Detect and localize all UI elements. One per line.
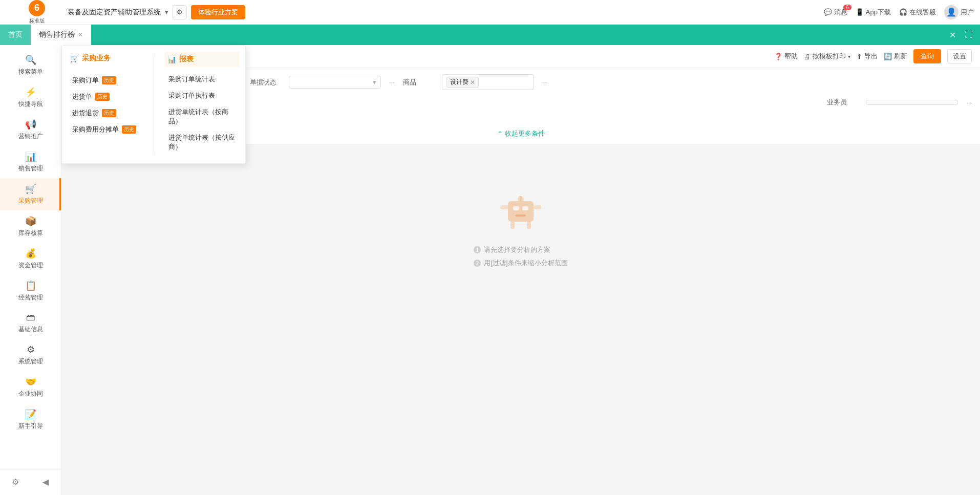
sidebar-item-promo[interactable]: 📢 营销推广 <box>0 114 61 146</box>
svg-rect-6 <box>500 205 508 209</box>
sidebar-item-stock-label: 库存核算 <box>18 229 43 238</box>
salesperson-filter-control[interactable] <box>866 100 958 105</box>
export-icon: ⬆ <box>857 53 862 60</box>
main-layout: 🔍 搜索菜单 ⚡ 快捷导航 📢 营销推广 📊 销售管理 🛒 采购管理 📦 库存核… <box>0 45 980 495</box>
empty-hint-2: 2 用[过滤]条件来缩小分析范围 <box>474 259 567 268</box>
collapse-up-icon: ⌃ <box>497 130 503 138</box>
sidebar-collapse-button[interactable]: ◀ <box>36 472 55 491</box>
tab-close-window-icon[interactable]: ✕ <box>945 28 960 42</box>
empty-hint-1-text: 请先选择要分析的方案 <box>484 245 550 254</box>
user-label: 用户 <box>961 8 974 17</box>
dropdown-item-order-exec[interactable]: 采购订单执行表 <box>166 88 238 104</box>
report-col-header: 📊 报表 <box>164 52 240 67</box>
sidebar-item-basic[interactable]: 🗃 基础信息 <box>0 307 61 339</box>
dropdown-divider <box>154 54 154 155</box>
product-tag-close-icon[interactable]: ✕ <box>470 79 475 86</box>
doc-status-more[interactable]: ··· <box>389 78 395 86</box>
sidebar-item-search-label: 搜索菜单 <box>18 68 43 76</box>
inbound-label: 进货单 <box>72 92 92 101</box>
svg-rect-8 <box>510 222 515 229</box>
product-more[interactable]: ··· <box>542 78 548 86</box>
sidebar-item-basic-label: 基础信息 <box>18 325 43 334</box>
empty-text: 1 请先选择要分析的方案 2 用[过滤]条件来缩小分析范围 <box>474 245 567 268</box>
report-col-title: 报表 <box>179 55 194 64</box>
system-name: 装备及固定资产辅助管理系统 <box>68 8 161 17</box>
sidebar: 🔍 搜索菜单 ⚡ 快捷导航 📢 营销推广 📊 销售管理 🛒 采购管理 📦 库存核… <box>0 45 61 495</box>
user-button[interactable]: 👤 用户 <box>944 5 974 19</box>
purchase-col: 🛒 采购业务 采购订单 历史 进货单 历史 进货退货 历史 采购费用分摊单 <box>70 54 141 155</box>
purchase-dropdown-menu: 🛒 采购业务 采购订单 历史 进货单 历史 进货退货 历史 采购费用分摊单 <box>61 45 246 164</box>
export-label: 导出 <box>864 52 878 61</box>
sidebar-item-stock[interactable]: 📦 库存核算 <box>0 210 61 243</box>
sidebar-item-fund-label: 资金管理 <box>18 261 43 270</box>
doc-status-control[interactable]: ▾ <box>289 76 381 89</box>
order-exec-label: 采购订单执行表 <box>168 91 215 100</box>
help-button[interactable]: ❓ 帮助 <box>774 52 798 61</box>
sidebar-item-purchase[interactable]: 🛒 采购管理 <box>0 178 61 210</box>
tab-maximize-icon[interactable]: ⛶ <box>962 28 976 42</box>
purchase-order-label: 采购订单 <box>72 76 99 85</box>
hint-dot-2: 2 <box>474 260 481 267</box>
ops-icon: 📋 <box>25 280 36 291</box>
sidebar-settings-button[interactable]: ⚙ <box>6 472 25 491</box>
sidebar-item-guide[interactable]: 📝 新手引导 <box>0 403 61 436</box>
product-filter-control[interactable]: 设计费 ✕ <box>442 74 534 90</box>
dropdown-item-order-stat[interactable]: 采购订单统计表 <box>166 71 238 88</box>
export-button[interactable]: ⬆ 导出 <box>857 52 878 61</box>
svg-rect-1 <box>513 206 519 210</box>
sidebar-item-nav[interactable]: ⚡ 快捷导航 <box>0 81 61 114</box>
sidebar-item-system-label: 系统管理 <box>18 357 43 366</box>
dropdown-item-inbound-product[interactable]: 进货单统计表（按商品） <box>166 104 238 130</box>
message-badge: 6 <box>843 5 851 10</box>
collapse-label: 收起更多条件 <box>505 129 545 138</box>
svg-rect-3 <box>516 214 526 217</box>
hist-badge-2: 历史 <box>102 109 116 117</box>
app-download-button[interactable]: 📱 App下载 <box>856 8 891 17</box>
hist-badge-3: 历史 <box>122 125 136 134</box>
inbound-product-label: 进货单统计表（按商品） <box>168 107 236 126</box>
sidebar-item-search[interactable]: 🔍 搜索菜单 <box>0 49 61 81</box>
industry-button[interactable]: 体验行业方案 <box>191 5 245 19</box>
tab-home[interactable]: 首页 <box>0 25 31 45</box>
purchase-icon: 🛒 <box>25 183 36 195</box>
coop-icon: 🤝 <box>25 376 36 388</box>
tab-home-label: 首页 <box>8 30 23 39</box>
dropdown-item-inbound-supplier[interactable]: 进货单统计表（按供应商） <box>166 130 238 155</box>
sidebar-item-ops[interactable]: 📋 经营管理 <box>0 275 61 307</box>
order-stat-label: 采购订单统计表 <box>168 75 215 84</box>
sidebar-item-promo-label: 营销推广 <box>18 132 43 141</box>
tab-close-icon[interactable]: ✕ <box>78 31 83 38</box>
setting-button[interactable]: 设置 <box>947 49 972 63</box>
dropdown-item-return[interactable]: 进货退货 历史 <box>70 105 141 121</box>
message-button[interactable]: 💬 消息 6 <box>824 8 847 17</box>
sidebar-item-coop[interactable]: 🤝 企业协同 <box>0 371 61 403</box>
print-chevron-icon[interactable]: ▾ <box>848 54 850 59</box>
dropdown-item-cost[interactable]: 采购费用分摊单 历史 <box>70 121 141 138</box>
svg-rect-0 <box>508 201 534 222</box>
query-button[interactable]: 查询 <box>913 49 941 63</box>
print-button[interactable]: 🖨 按模板打印 ▾ <box>804 52 850 61</box>
tab-sales-rank[interactable]: 销售排行榜 ✕ <box>31 25 91 45</box>
headset-icon: 🎧 <box>899 8 907 16</box>
salesperson-more[interactable]: ··· <box>966 99 972 106</box>
settings-button[interactable]: ⚙ <box>173 5 187 19</box>
online-service-button[interactable]: 🎧 在线客服 <box>899 8 936 17</box>
logo-subtitle: 标准版 <box>29 17 45 25</box>
sidebar-item-coop-label: 企业协同 <box>18 390 43 398</box>
product-filter-label: 商品 <box>403 78 434 87</box>
dropdown-item-inbound[interactable]: 进货单 历史 <box>70 89 141 105</box>
sidebar-item-sales[interactable]: 📊 销售管理 <box>0 146 61 178</box>
sidebar-item-nav-label: 快捷导航 <box>18 100 43 109</box>
doc-status-label: 单据状态 <box>250 78 281 87</box>
fund-icon: 💰 <box>25 248 36 259</box>
dropdown-item-purchase-order[interactable]: 采购订单 历史 <box>70 72 141 89</box>
logo-area: 6 标准版 <box>6 0 68 25</box>
avatar: 👤 <box>944 5 958 19</box>
sidebar-item-system[interactable]: ⚙ 系统管理 <box>0 339 61 371</box>
print-label: 按模板打印 <box>813 52 846 61</box>
system-dropdown-icon[interactable] <box>165 8 168 16</box>
sidebar-item-fund[interactable]: 💰 资金管理 <box>0 243 61 275</box>
refresh-button[interactable]: 🔄 刷新 <box>884 52 907 61</box>
doc-status-chevron-icon: ▾ <box>373 78 376 86</box>
collapse-button[interactable]: ⌃ 收起更多条件 <box>497 129 545 138</box>
